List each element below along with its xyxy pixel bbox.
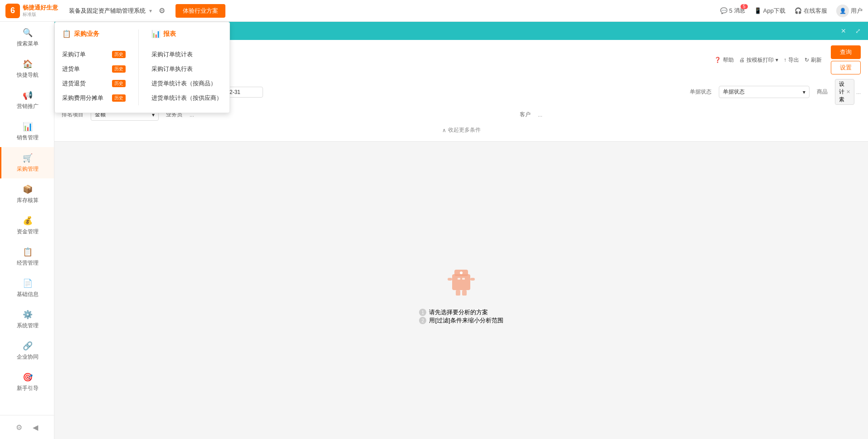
online-service-button[interactable]: 🎧 在线客服 (795, 7, 827, 15)
empty-tips: 1 请先选择要分析的方案 2 用[过滤]条件来缩小分析范围 (419, 308, 503, 325)
goods-receipt-stats-by-supplier-item[interactable]: 进货单统计表（按供应商） (151, 91, 222, 105)
refresh-button[interactable]: ↻ 刷新 (805, 56, 822, 64)
goods-label: 商品 (817, 88, 828, 96)
sidebar: 🔍 搜索菜单 🏠 快捷导航 📢 营销推广 📊 销售管理 🛒 采购管理 📦 库存核… (0, 22, 54, 439)
user-menu-button[interactable]: 👤 用户 (836, 5, 863, 17)
logo-area: 6 畅捷通好生意 标准版 (5, 4, 60, 18)
sidebar-item-finance[interactable]: 💰 资金管理 (0, 210, 54, 241)
sidebar-item-purchase[interactable]: 🛒 采购管理 (0, 147, 54, 178)
print-icon: 🖨 (739, 57, 745, 63)
sidebar-item-operations[interactable]: 📋 经营管理 (0, 241, 54, 272)
svg-rect-8 (462, 290, 467, 296)
salesperson-control: ... (190, 112, 512, 118)
print-arrow-icon: ▾ (775, 57, 778, 63)
home-icon: 🏠 (22, 59, 33, 69)
app-download-button[interactable]: 📱 App下载 (754, 7, 785, 15)
empty-illustration (439, 256, 484, 303)
system-title-area: 装备及固定资产辅助管理系统 ▾ ⚙ 体验行业方案 (69, 4, 225, 18)
inventory-icon: 📦 (22, 184, 33, 195)
sidebar-item-quick-nav[interactable]: 🏠 快捷导航 (0, 53, 54, 84)
system-icon: ⚙️ (22, 309, 33, 320)
purchase-expense-item[interactable]: 采购费用分摊单 历史 (62, 91, 126, 105)
system-title: 装备及固定资产辅助管理系统 (69, 7, 146, 15)
purchase-business-section: 📋 采购业务 采购订单 历史 进货单 历史 进货退货 历史 采购费用分摊单 历史 (62, 30, 126, 105)
purchase-order-stats-item[interactable]: 采购订单统计表 (151, 47, 222, 62)
purchase-order-item[interactable]: 采购订单 历史 (62, 47, 126, 62)
goods-tag-close[interactable]: ✕ (846, 89, 850, 95)
export-button[interactable]: ↑ 导出 (784, 56, 799, 64)
goods-control: 设计素 ✕ ... (835, 79, 861, 105)
message-icon: 💬 (720, 7, 727, 14)
purchase-report-title: 📊 报表 (151, 30, 222, 42)
svg-rect-0 (452, 274, 470, 290)
guide-icon: 🎯 (22, 372, 33, 383)
sidebar-bottom: ⚙ ◀ (0, 415, 54, 439)
history-badge-1: 历史 (112, 65, 126, 73)
notification-button[interactable]: 💬 5 消息 5 (720, 7, 745, 15)
svg-point-2 (460, 271, 463, 274)
sidebar-item-basic-info[interactable]: 📄 基础信息 (0, 272, 54, 304)
goods-tag: 设计素 ✕ (835, 79, 854, 105)
sidebar-item-guide[interactable]: 🎯 新手引导 (0, 366, 54, 398)
enterprise-icon: 🔗 (22, 340, 33, 351)
sidebar-item-marketing[interactable]: 📢 营销推广 (0, 84, 54, 116)
purchase-business-icon: 📋 (62, 30, 71, 38)
basic-info-icon: 📄 (22, 278, 33, 289)
header-settings-button[interactable]: ⚙ (156, 5, 168, 17)
svg-rect-4 (462, 278, 465, 280)
finance-icon: 💰 (22, 215, 33, 226)
history-badge-0: 历史 (112, 51, 126, 58)
svg-rect-6 (470, 278, 475, 281)
headset-icon: 🎧 (795, 7, 802, 14)
purchase-report-section: 📊 报表 采购订单统计表 采购订单执行表 进货单统计表（按商品） 进货单统计表（… (151, 30, 222, 105)
customer-more[interactable]: ... (538, 112, 542, 118)
tab-maximize-button[interactable]: ⤢ (852, 25, 864, 37)
dropdown-divider (138, 30, 139, 105)
empty-tip-2: 2 用[过滤]条件来缩小分析范围 (419, 316, 503, 325)
top-header: 6 畅捷通好生意 标准版 装备及固定资产辅助管理系统 ▾ ⚙ 体验行业方案 💬 … (0, 0, 868, 22)
industry-solution-button[interactable]: 体验行业方案 (176, 4, 225, 18)
collapse-filters-button[interactable]: ∧ 收起更多条件 (62, 124, 861, 136)
empty-state: 1 请先选择要分析的方案 2 用[过滤]条件来缩小分析范围 (54, 142, 868, 439)
sidebar-item-inventory[interactable]: 📦 库存核算 (0, 178, 54, 210)
sidebar-collapse-button[interactable]: ◀ (29, 421, 42, 434)
search-icon: 🔍 (22, 27, 33, 38)
print-button[interactable]: 🖨 按模板打印 ▾ (739, 56, 778, 64)
operations-icon: 📋 (22, 247, 33, 257)
sidebar-item-system[interactable]: ⚙️ 系统管理 (0, 304, 54, 335)
marketing-icon: 📢 (22, 90, 33, 101)
sales-icon: 📊 (22, 121, 33, 132)
svg-rect-7 (456, 290, 460, 296)
help-button[interactable]: ❓ 帮助 (714, 56, 734, 64)
tab-close-window-button[interactable]: ✕ (837, 25, 850, 37)
goods-more[interactable]: ... (856, 89, 861, 95)
purchase-icon: 🛒 (22, 153, 33, 163)
phone-icon: 📱 (754, 7, 761, 14)
svg-rect-3 (458, 278, 460, 280)
tab-actions: ✕ ⤢ (834, 25, 868, 37)
svg-rect-5 (448, 278, 452, 281)
query-button[interactable]: 查询 (831, 45, 861, 59)
sidebar-item-search[interactable]: 🔍 搜索菜单 (0, 22, 54, 53)
header-right: 💬 5 消息 5 📱 App下载 🎧 在线客服 👤 用户 (720, 5, 863, 17)
goods-receipt-stats-by-product-item[interactable]: 进货单统计表（按商品） (151, 76, 222, 91)
purchase-dropdown-menu: 📋 采购业务 采购订单 历史 进货单 历史 进货退货 历史 采购费用分摊单 历史… (54, 22, 230, 113)
filter-settings-button[interactable]: 设置 (831, 61, 861, 74)
sidebar-settings-button[interactable]: ⚙ (13, 421, 25, 434)
purchase-business-title: 📋 采购业务 (62, 30, 126, 42)
sidebar-item-enterprise[interactable]: 🔗 企业协同 (0, 335, 54, 366)
collapse-icon: ∧ (442, 127, 446, 133)
sidebar-item-sales[interactable]: 📊 销售管理 (0, 116, 54, 147)
customer-label: 客户 (520, 111, 531, 118)
doc-status-select[interactable]: 单据状态 ▾ (719, 86, 809, 98)
history-badge-3: 历史 (112, 94, 126, 102)
goods-return-item[interactable]: 进货退货 历史 (62, 76, 126, 91)
goods-receipt-item[interactable]: 进货单 历史 (62, 62, 126, 76)
help-icon: ❓ (714, 57, 721, 63)
dropdown-arrow-icon[interactable]: ▾ (149, 8, 152, 14)
export-icon: ↑ (784, 57, 786, 63)
purchase-order-execute-item[interactable]: 采购订单执行表 (151, 62, 222, 76)
empty-tip-1: 1 请先选择要分析的方案 (419, 308, 503, 316)
doc-status-label: 单据状态 (690, 88, 712, 96)
notification-badge: 5 (741, 4, 748, 9)
